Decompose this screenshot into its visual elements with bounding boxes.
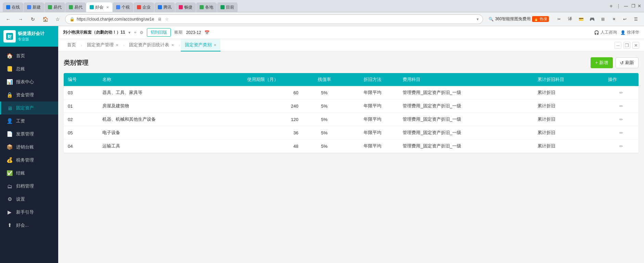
breadcrumb-close-fixed_cat[interactable]: ✕	[214, 43, 216, 47]
window-controls: ─❐✕	[615, 42, 639, 49]
sidebar-item-archive[interactable]: 🗂归档管理	[0, 180, 58, 193]
code-cell[interactable]: 01	[64, 99, 98, 113]
wallet-icon[interactable]: 💳	[576, 14, 586, 24]
browser-tab-t5[interactable]: 好会✕	[86, 2, 112, 12]
edit-button[interactable]: ✏	[619, 130, 623, 135]
code-cell[interactable]: 02	[64, 113, 98, 126]
method-cell: 年限平均	[346, 126, 399, 140]
sidebar-item-inventory[interactable]: 📦进销台账	[0, 141, 58, 154]
game-icon[interactable]: 🎮	[587, 14, 597, 24]
browser-tab-t1[interactable]: 在线	[3, 2, 23, 12]
dropdown-icon[interactable]: ▾	[128, 30, 130, 35]
add-button[interactable]: + 新增	[591, 57, 613, 68]
sun-icon[interactable]: ☀	[609, 14, 619, 24]
tab-settings-icon[interactable]: ⋮	[616, 3, 621, 9]
tab-icon-t11	[220, 5, 225, 9]
sidebar-item-salary[interactable]: 👤工资	[0, 115, 58, 128]
table-row: 02机器、机械和其他生产设备1205%年限平均管理费用_固定资产折旧_一级累计折…	[64, 113, 639, 126]
minimize-window-button[interactable]: ─	[615, 42, 621, 49]
restore-button[interactable]: ❐	[631, 3, 635, 9]
breadcrumb-tab-home[interactable]: 首页	[63, 39, 80, 51]
expense-cell: 管理费用_固定资产折旧_一级	[399, 99, 533, 113]
forward-button[interactable]: →	[16, 14, 25, 24]
breadcrumb-label-fixed_mgmt: 固定资产管理	[87, 42, 114, 48]
undo-icon[interactable]: ↩	[620, 14, 630, 24]
edit-button[interactable]: ✏	[619, 144, 623, 149]
code-cell[interactable]: 05	[64, 126, 98, 140]
hot-search-badge[interactable]: 🔥 热搜	[532, 16, 549, 22]
breadcrumb-separator: ›	[179, 43, 180, 47]
back-button[interactable]: ←	[3, 14, 13, 24]
menu-icon[interactable]: ☰	[631, 14, 641, 24]
sidebar-label-ledger: 总账	[16, 66, 25, 72]
breadcrumb-tab-fixed_dep[interactable]: 固定资产折旧统计表 ✕	[125, 39, 178, 51]
sidebar-item-more[interactable]: ⬆好会...	[0, 219, 58, 232]
accum-cell: 累计折旧	[533, 86, 604, 99]
sidebar-item-checkout[interactable]: ✅结账	[0, 167, 58, 180]
breadcrumb-close-fixed_mgmt[interactable]: ✕	[116, 43, 118, 47]
tab-close-t5[interactable]: ✕	[106, 5, 109, 9]
translate-icon[interactable]: 译	[565, 14, 575, 24]
browser-tab-t2[interactable]: 新建	[24, 2, 44, 12]
settings-icon[interactable]: ⚙	[140, 30, 143, 35]
edit-button[interactable]: ✏	[619, 104, 623, 109]
browser-tab-t8[interactable]: 腾讯	[154, 2, 175, 12]
bookmark-star-icon[interactable]: ☆	[165, 17, 169, 22]
browser-tab-t4[interactable]: 易代	[65, 2, 86, 12]
browser-tab-t10[interactable]: 各地	[196, 2, 217, 12]
sidebar-icon-invoice: 📄	[7, 131, 13, 137]
sidebar-item-settings[interactable]: ⚙设置	[0, 193, 58, 206]
breadcrumb-tab-fixed_mgmt[interactable]: 固定资产管理 ✕	[83, 39, 123, 51]
home-nav-button[interactable]: 🏠	[40, 14, 50, 24]
sidebar-item-fixed[interactable]: 🖥固定资产	[0, 101, 58, 115]
grid-icon[interactable]: ⊞	[598, 14, 608, 24]
address-bar[interactable]: 🔒 https://cloud.chanjet.com/accounting/u…	[65, 14, 483, 24]
sidebar-item-ledger[interactable]: 📒总账	[0, 62, 58, 75]
support-button[interactable]: 🎧 人工咨询	[594, 29, 617, 35]
breadcrumb-close-fixed_dep[interactable]: ✕	[171, 43, 174, 47]
accum-cell: 累计折旧	[533, 113, 604, 126]
browser-tab-t6[interactable]: 个税	[113, 2, 133, 12]
new-tab-button[interactable]: +	[608, 3, 614, 9]
sidebar-item-invoice[interactable]: 📄发票管理	[0, 128, 58, 141]
residual-cell: 5%	[302, 113, 346, 126]
address-dropdown-icon[interactable]: ▾	[477, 17, 479, 22]
bookmark-button[interactable]: ☆	[53, 14, 62, 24]
tab-label-t2: 新建	[33, 4, 41, 10]
code-cell[interactable]: 04	[64, 140, 98, 153]
edit-button[interactable]: ✏	[619, 90, 623, 95]
close-window-button[interactable]: ✕	[632, 42, 639, 49]
close-button[interactable]: ✕	[637, 3, 641, 9]
sidebar-item-tax[interactable]: 💰税务管理	[0, 154, 58, 167]
table-row: 01房屋及建筑物2405%年限平均管理费用_固定资产折旧_一级累计折旧✏	[64, 99, 639, 113]
edit-button[interactable]: ✏	[619, 117, 623, 122]
scissors-icon[interactable]: ✂	[554, 14, 564, 24]
add-company-icon[interactable]: +	[134, 30, 136, 35]
sidebar-item-home[interactable]: 🏠首页	[0, 49, 58, 62]
browser-tab-t3[interactable]: 易代	[45, 2, 65, 12]
expense-cell: 管理费用_固定资产折旧_一级	[399, 113, 533, 126]
tab-icon-t7	[137, 5, 141, 9]
sidebar-item-fund[interactable]: 🔒资金管理	[0, 88, 58, 101]
breadcrumb-label-fixed_cat: 固定资产类别	[185, 42, 212, 48]
sidebar-item-guide[interactable]: ▶新手引导	[0, 206, 58, 219]
refresh-button[interactable]: ↺ 刷新	[616, 57, 639, 68]
breadcrumb-tab-fixed_cat[interactable]: 固定资产类别 ✕	[181, 39, 220, 51]
header-actions: + 新增 ↺ 刷新	[591, 57, 639, 68]
reload-button[interactable]: ↻	[28, 14, 38, 24]
minimize-button[interactable]: ─	[623, 3, 629, 9]
browser-tab-t11[interactable]: 目前	[217, 2, 238, 12]
code-cell[interactable]: 03	[64, 86, 98, 99]
browser-toolbar: ← → ↻ 🏠 ☆ 🔒 https://cloud.chanjet.com/ac…	[0, 12, 644, 26]
period-value: 2023-12	[186, 30, 201, 35]
switch-version-button[interactable]: 切到旧版	[147, 28, 171, 37]
sidebar-icon-fixed: 🖥	[7, 105, 13, 111]
search-bar: 🔍 360智能抠图免费用 🔥 热搜	[486, 16, 552, 22]
browser-tab-t9[interactable]: 畅捷	[175, 2, 196, 12]
sidebar-item-report[interactable]: 📊报表中心	[0, 75, 58, 88]
user-info[interactable]: 👤 徐泽华	[620, 29, 639, 35]
restore-window-button[interactable]: ❐	[623, 42, 630, 49]
calendar-icon[interactable]: 📅	[204, 30, 210, 35]
browser-tab-t7[interactable]: 企业	[134, 2, 154, 12]
method-cell: 年限平均	[346, 113, 399, 126]
